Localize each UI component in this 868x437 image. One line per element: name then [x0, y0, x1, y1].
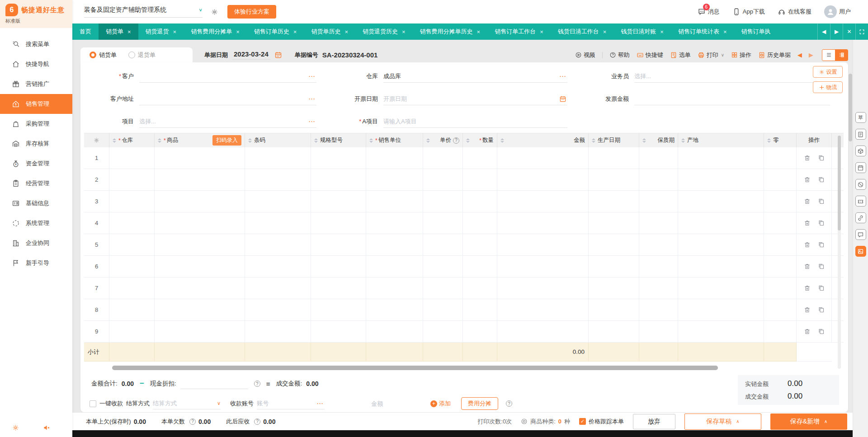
cell[interactable]: [109, 191, 155, 212]
sort-icon[interactable]: [158, 138, 161, 143]
card-view-icon[interactable]: [835, 50, 848, 61]
document-icon[interactable]: [855, 129, 866, 140]
cell[interactable]: [678, 147, 764, 169]
sidebar-item-7[interactable]: ¥资金管理: [0, 154, 72, 174]
mute-speaker-icon[interactable]: [43, 424, 51, 432]
cell[interactable]: [764, 191, 797, 212]
help-circle-icon[interactable]: ?: [453, 137, 459, 144]
ticket-icon[interactable]: [855, 196, 866, 207]
sidebar-item-2[interactable]: 快捷导航: [0, 54, 72, 74]
tab-close-icon[interactable]: ×: [603, 28, 607, 35]
cell[interactable]: [764, 234, 797, 255]
invoice-date-input[interactable]: [383, 95, 558, 102]
invoice-amount-input[interactable]: [634, 95, 830, 102]
copy-row-icon[interactable]: [818, 155, 825, 161]
ellipsis-icon[interactable]: ⋯: [307, 117, 316, 126]
copy-row-icon[interactable]: [818, 241, 825, 248]
table-vertical-scrollbar[interactable]: [838, 136, 841, 369]
cell[interactable]: [463, 234, 497, 255]
tabs-scroll-right-icon[interactable]: ▶: [830, 23, 843, 40]
pick-order-button[interactable]: 选单: [670, 51, 691, 59]
fullscreen-icon[interactable]: [855, 23, 868, 40]
cell[interactable]: [678, 277, 764, 299]
cell[interactable]: [589, 169, 639, 190]
messages-button[interactable]: 6 消息: [698, 8, 720, 16]
tab-close-icon[interactable]: ×: [723, 28, 727, 35]
cell[interactable]: [245, 277, 311, 299]
disabled-icon[interactable]: [855, 179, 866, 190]
cell[interactable]: [764, 321, 797, 342]
add-payment-button[interactable]: + 添加: [430, 399, 451, 408]
a-project-input[interactable]: [383, 118, 567, 125]
ellipsis-icon[interactable]: ⋯: [316, 399, 325, 408]
cell[interactable]: [311, 191, 366, 212]
hotkey-button[interactable]: 快捷键: [637, 51, 663, 59]
cell[interactable]: [155, 256, 245, 277]
copy-row-icon[interactable]: [818, 220, 825, 226]
sidebar-item-10[interactable]: 系统管理: [0, 213, 72, 233]
cell[interactable]: [423, 256, 463, 277]
online-support-button[interactable]: 在线客服: [778, 8, 811, 16]
cell[interactable]: [109, 321, 155, 342]
cell[interactable]: [589, 147, 639, 169]
cell[interactable]: [639, 191, 678, 212]
cell[interactable]: [245, 234, 311, 255]
settings-button[interactable]: 设置: [813, 66, 843, 78]
cell[interactable]: [639, 321, 678, 342]
cell[interactable]: [311, 169, 366, 190]
doc-type-return-radio[interactable]: 退货单: [128, 51, 156, 59]
cell[interactable]: [366, 147, 423, 169]
tabs-close-icon[interactable]: ✕: [843, 23, 855, 40]
cell[interactable]: [311, 321, 366, 342]
ellipsis-icon[interactable]: ⋯: [558, 72, 567, 80]
tab-4[interactable]: 销售费用分摊单×: [184, 23, 247, 40]
scan-entry-button[interactable]: 扫码录入: [212, 135, 241, 146]
tab-close-icon[interactable]: ×: [293, 28, 297, 35]
sort-icon[interactable]: [113, 138, 116, 143]
sort-icon[interactable]: [369, 138, 373, 143]
cell[interactable]: [497, 147, 589, 169]
customer-input[interactable]: [139, 73, 307, 80]
sort-icon[interactable]: [767, 138, 771, 143]
tab-3[interactable]: 销货退货×: [138, 23, 184, 40]
cell[interactable]: [245, 321, 311, 342]
doc-date-value[interactable]: 2023-03-24: [232, 50, 270, 60]
cell[interactable]: [155, 191, 245, 212]
cell[interactable]: [423, 277, 463, 299]
logistics-button[interactable]: 物流: [813, 81, 843, 93]
delete-row-icon[interactable]: [804, 328, 811, 335]
sidebar-item-8[interactable]: 经营管理: [0, 174, 72, 193]
help-circle-icon[interactable]: ?: [254, 418, 260, 425]
sort-icon[interactable]: [642, 138, 646, 143]
cell[interactable]: [639, 277, 678, 299]
cell[interactable]: [589, 277, 639, 299]
pay-amount-input[interactable]: [371, 400, 421, 407]
box-icon[interactable]: [855, 146, 866, 156]
cell[interactable]: [678, 299, 764, 320]
cell[interactable]: [245, 191, 311, 212]
save-draft-button[interactable]: 保存草稿∧: [684, 414, 761, 430]
cell[interactable]: [311, 277, 366, 299]
price-track-checkbox[interactable]: ✓: [579, 418, 586, 425]
cell[interactable]: [245, 169, 311, 190]
sort-icon[interactable]: [314, 138, 318, 143]
cell[interactable]: [463, 147, 497, 169]
cell[interactable]: [245, 256, 311, 277]
cell[interactable]: [678, 321, 764, 342]
cell[interactable]: [311, 147, 366, 169]
cell[interactable]: [311, 299, 366, 320]
operations-button[interactable]: 操作: [731, 51, 751, 59]
cell[interactable]: [497, 169, 589, 190]
cell[interactable]: [639, 234, 678, 255]
cell[interactable]: [366, 191, 423, 212]
tab-close-icon[interactable]: ×: [173, 28, 177, 35]
cell[interactable]: [366, 299, 423, 320]
cell[interactable]: [423, 169, 463, 190]
cell[interactable]: [366, 212, 423, 234]
cell[interactable]: [366, 321, 423, 342]
link-icon[interactable]: [855, 212, 866, 223]
settle-method-select[interactable]: ∨: [153, 398, 221, 409]
cell[interactable]: [423, 299, 463, 320]
cell[interactable]: [497, 321, 589, 342]
warehouse-input[interactable]: [383, 73, 558, 80]
